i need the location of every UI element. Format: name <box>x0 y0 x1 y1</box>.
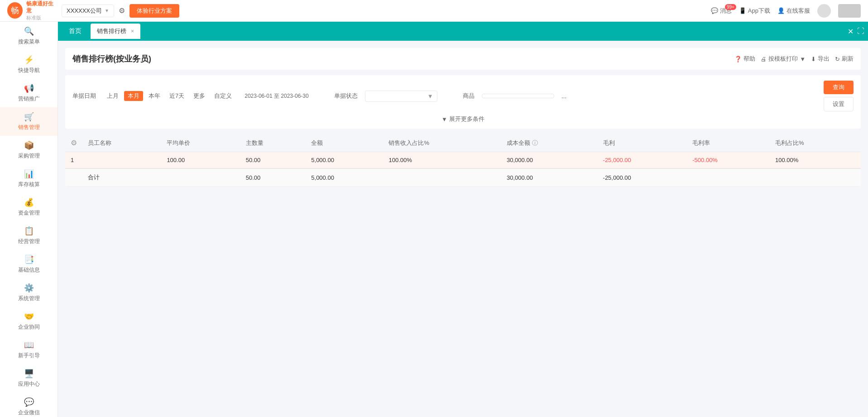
sidebar-item-app-center[interactable]: 🖥️应用中心 <box>0 364 58 393</box>
message-badge: 99+ <box>725 4 736 10</box>
date-tab-自定义[interactable]: 自定义 <box>211 91 235 101</box>
base-info-label: 基础信息 <box>18 266 40 274</box>
cell-name <box>82 152 161 169</box>
footer-empty-ratio2 <box>770 168 861 187</box>
export-btn[interactable]: ⬇ 导出 <box>811 55 830 63</box>
app-container: 畅 畅康通好生意 标准版 XXXXXX公司 ▼ ⚙ 体验行业方案 💬 消息 99… <box>0 0 868 417</box>
quick-nav-label: 快捷导航 <box>18 67 40 74</box>
tab-close-icon[interactable]: × <box>131 28 134 34</box>
sidebar-item-guide[interactable]: 📖新手引导 <box>0 336 58 364</box>
tab-right-icons: ✕ ⛶ <box>848 27 864 36</box>
data-table: ⚙ 员工名称 平均单价 主数量 全额 销售收入占比% 成本全额 ⓘ <box>65 134 861 187</box>
sidebar-item-finance[interactable]: 💰资金管理 <box>0 193 58 221</box>
column-settings-icon[interactable]: ⚙ <box>71 139 77 147</box>
cost-info-icon[interactable]: ⓘ <box>532 139 538 146</box>
trial-btn[interactable]: 体验行业方案 <box>129 4 179 18</box>
cell-rank: 1 <box>65 152 82 169</box>
sidebar-item-marketing[interactable]: 📢营销推广 <box>0 79 58 107</box>
finance-label: 资金管理 <box>18 209 40 217</box>
filter-bar: 单据日期 上月本月本年近7天更多自定义 2023-06-01 至 2023-06… <box>65 75 861 129</box>
expand-label: 展开更多条件 <box>449 115 484 123</box>
date-tab-近7天[interactable]: 近7天 <box>166 91 188 101</box>
system-label: 系统管理 <box>18 295 40 302</box>
top-gear-icon[interactable]: ⚙ <box>119 6 125 15</box>
system-icon: ⚙️ <box>24 283 34 293</box>
footer-label: 合计 <box>82 168 161 187</box>
tab-home[interactable]: 首页 <box>62 22 89 41</box>
print-dropdown-icon: ▼ <box>800 56 806 62</box>
settings-btn[interactable]: 设置 <box>824 97 854 111</box>
marketing-icon: 📢 <box>24 83 34 93</box>
tab-maximize-icon[interactable]: ⛶ <box>857 27 864 35</box>
sidebar-item-system[interactable]: ⚙️系统管理 <box>0 278 58 307</box>
main-area: 🔍搜索菜单⚡快捷导航📢营销推广🛒销售管理📦采购管理📊库存核算💰资金管理📋经营管理… <box>0 22 868 417</box>
logo-area: 畅 畅康通好生意 标准版 <box>7 0 57 21</box>
app-download-btn[interactable]: 📱 App下载 <box>739 7 770 15</box>
cell-avg-price: 100.00 <box>161 152 240 169</box>
status-select[interactable]: ▼ <box>365 91 437 102</box>
sidebar-item-purchase[interactable]: 📦采购管理 <box>0 136 58 164</box>
sidebar-item-base-info[interactable]: 📑基础信息 <box>0 250 58 278</box>
tab-sales-rank[interactable]: 销售排行榜 × <box>91 24 140 39</box>
more-filters-dots[interactable]: ... <box>561 92 567 100</box>
footer-qty: 50.00 <box>240 168 306 187</box>
finance-icon: 💰 <box>24 197 34 207</box>
app-center-label: 应用中心 <box>18 380 40 388</box>
refresh-btn[interactable]: ↻ 刷新 <box>835 55 854 63</box>
print-icon: 🖨 <box>761 56 767 62</box>
service-icon: 👤 <box>777 7 785 14</box>
sidebar-item-search-menu[interactable]: 🔍搜索菜单 <box>0 22 58 50</box>
sidebar-item-wechat[interactable]: 💬企业微信 <box>0 393 58 417</box>
th-total: 全额 <box>306 134 383 152</box>
help-btn[interactable]: ❓ 帮助 <box>734 55 755 63</box>
sidebar-item-enterprise[interactable]: 🤝企业协同 <box>0 307 58 336</box>
tab-label: 销售排行榜 <box>97 27 126 35</box>
sidebar-item-sales[interactable]: 🛒销售管理 <box>0 107 58 136</box>
operations-label: 经营管理 <box>18 238 40 245</box>
template-print-btn[interactable]: 🖨 按模板打印 ▼ <box>761 55 806 63</box>
user-avatar[interactable] <box>817 4 831 18</box>
footer-empty-rate <box>687 168 770 187</box>
message-btn[interactable]: 💬 消息 99+ <box>711 7 732 15</box>
sidebar-item-quick-nav[interactable]: ⚡快捷导航 <box>0 50 58 79</box>
guide-label: 新手引导 <box>18 352 40 359</box>
export-label: 导出 <box>818 55 830 63</box>
sidebar-item-inventory[interactable]: 📊库存核算 <box>0 164 58 193</box>
date-tab-上月[interactable]: 上月 <box>103 91 122 101</box>
user-name-area <box>838 4 861 18</box>
refresh-label: 刷新 <box>842 55 854 63</box>
filter-actions: 查询 设置 <box>824 81 854 111</box>
date-tab-本月[interactable]: 本月 <box>124 91 143 101</box>
footer-empty-avg <box>161 168 240 187</box>
help-icon: ❓ <box>734 56 742 62</box>
purchase-label: 采购管理 <box>18 152 40 160</box>
sales-label: 销售管理 <box>18 124 40 131</box>
sidebar-item-operations[interactable]: 📋经营管理 <box>0 221 58 250</box>
cell-profit-ratio: 100.00% <box>770 152 861 169</box>
footer-empty-1 <box>65 168 82 187</box>
company-selector[interactable]: XXXXXX公司 ▼ <box>62 5 114 17</box>
query-btn[interactable]: 查询 <box>824 81 854 94</box>
th-profit-rate: 毛利率 <box>687 134 770 152</box>
enterprise-label: 企业协同 <box>18 323 40 331</box>
app-center-icon: 🖥️ <box>24 369 34 379</box>
footer-empty-ratio <box>383 168 501 187</box>
sidebar-items: 🔍搜索菜单⚡快捷导航📢营销推广🛒销售管理📦采购管理📊库存核算💰资金管理📋经营管理… <box>0 22 58 417</box>
table-footer-row: 合计 50.00 5,000.00 30,000.00 -25,000.00 <box>65 168 861 187</box>
wechat-icon: 💬 <box>24 397 34 407</box>
online-service-btn[interactable]: 👤 在线客服 <box>777 7 810 15</box>
date-tab-更多[interactable]: 更多 <box>190 91 209 101</box>
tab-close-window-icon[interactable]: ✕ <box>848 27 854 36</box>
message-icon: 💬 <box>711 7 718 14</box>
cell-total: 5,000.00 <box>306 152 383 169</box>
goods-input[interactable] <box>482 94 554 98</box>
top-bar: 畅 畅康通好生意 标准版 XXXXXX公司 ▼ ⚙ 体验行业方案 💬 消息 99… <box>0 0 868 22</box>
th-employee: 员工名称 <box>82 134 161 152</box>
expand-more-btn[interactable]: ▼ 展开更多条件 <box>441 115 484 123</box>
inventory-label: 库存核算 <box>18 181 40 188</box>
date-tab-本年[interactable]: 本年 <box>145 91 164 101</box>
refresh-icon: ↻ <box>835 56 840 62</box>
date-label: 单据日期 <box>72 92 96 100</box>
wechat-label: 企业微信 <box>18 409 40 417</box>
filter-row-main: 单据日期 上月本月本年近7天更多自定义 2023-06-01 至 2023-06… <box>72 81 854 111</box>
